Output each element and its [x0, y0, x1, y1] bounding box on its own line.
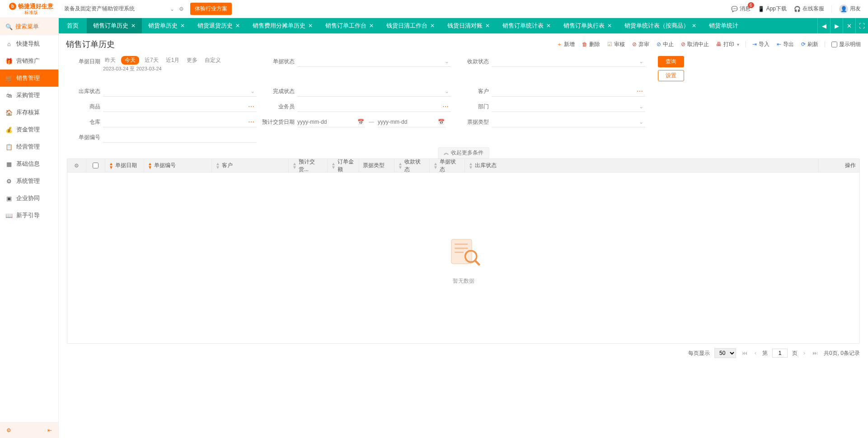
col-bill-status[interactable]: ▲▼单据状态 — [430, 159, 465, 172]
dept-select[interactable]: ⌄ — [492, 101, 645, 112]
col-out-status[interactable]: ▲▼出库状态 — [465, 159, 819, 172]
query-button[interactable]: 查询 — [658, 56, 684, 67]
close-icon[interactable]: ✕ — [235, 23, 240, 29]
tab-daily-recon[interactable]: 钱货日清对账✕ — [441, 18, 496, 33]
date-input[interactable] — [297, 119, 365, 125]
ticket-type-select[interactable]: ⌄ — [492, 116, 645, 127]
sidebar-item-purchase[interactable]: 🛍采购管理 — [0, 87, 58, 104]
sidebar-item-operation[interactable]: 📋经营管理 — [0, 138, 58, 155]
sidebar-item-system[interactable]: ⚙系统管理 — [0, 172, 58, 190]
message-button[interactable]: 💬 消息 6 — [731, 5, 751, 13]
tab-home[interactable]: 首页 — [59, 18, 87, 33]
col-deliver[interactable]: ▲▼预计交货... — [289, 159, 328, 172]
delete-button[interactable]: 🗑删除 — [579, 41, 603, 48]
deliver-date-to[interactable]: 📅 — [378, 116, 446, 127]
support-button[interactable]: 🎧 在线客服 — [794, 5, 824, 13]
add-button[interactable]: ＋新增 — [554, 41, 577, 48]
date-tag-1m[interactable]: 近1月 — [164, 56, 182, 65]
date-tag-yesterday[interactable]: 昨天 — [103, 56, 117, 65]
tab-sales-doc-history[interactable]: 销货单历史✕ — [142, 18, 191, 33]
close-icon[interactable]: ✕ — [131, 23, 136, 29]
col-receipt[interactable]: ▲▼收款状态 — [394, 159, 430, 172]
refresh-button[interactable]: ⟳刷新 — [798, 41, 821, 48]
tabs-close-all[interactable]: ✕ — [843, 18, 855, 33]
print-button[interactable]: 🖶打印▾ — [713, 41, 742, 48]
date-tag-today[interactable]: 今天 — [121, 56, 139, 65]
pager-prev[interactable]: ‹ — [753, 350, 758, 356]
customer-picker[interactable]: ⋯ — [492, 86, 645, 97]
sidebar-item-enterprise[interactable]: ▣企业协同 — [0, 190, 58, 207]
date-input[interactable] — [378, 119, 446, 125]
collapse-conditions[interactable]: ︽ 收起更多条件 — [438, 147, 489, 158]
tabs-scroll-right[interactable]: ▶ — [830, 18, 843, 33]
bill-code-input[interactable] — [103, 132, 257, 143]
show-detail-checkbox[interactable]: 显示明细 — [831, 41, 861, 48]
export-button[interactable]: ⇤导出 — [774, 41, 797, 48]
experience-button[interactable]: 体验行业方案 — [190, 3, 232, 15]
tab-return-history[interactable]: 销货退货历史✕ — [191, 18, 246, 33]
sidebar-item-basedata[interactable]: ▦基础信息 — [0, 155, 58, 172]
close-icon[interactable]: ✕ — [430, 23, 435, 29]
tab-fee-alloc-history[interactable]: 销售费用分摊单历史✕ — [246, 18, 319, 33]
stop-button[interactable]: ⊘中止 — [654, 41, 676, 48]
import-button[interactable]: ⇥导入 — [750, 41, 772, 48]
pager-first[interactable]: ⏮ — [741, 350, 749, 356]
tabs-scroll-left[interactable]: ◀ — [817, 18, 830, 33]
tab-order-exec[interactable]: 销售订单执行表✕ — [557, 18, 618, 33]
page-input[interactable] — [772, 349, 788, 358]
search-menu[interactable]: 🔍 搜索菜单 — [0, 18, 58, 35]
user-menu[interactable]: 👤 用友 — [839, 5, 861, 14]
per-page-select[interactable]: 50 — [714, 348, 736, 358]
date-tag-custom[interactable]: 自定义 — [203, 56, 223, 65]
date-tag-more[interactable]: 更多 — [185, 56, 199, 65]
finish-status-select[interactable]: ⌄ — [297, 86, 451, 97]
sidebar-item-finance[interactable]: 💰资金管理 — [0, 121, 58, 138]
text-input[interactable] — [103, 134, 257, 140]
close-icon[interactable]: ✕ — [607, 23, 612, 29]
close-icon[interactable]: ✕ — [485, 23, 490, 29]
date-tag-7d[interactable]: 近7天 — [143, 56, 160, 65]
system-selector[interactable]: 装备及固定资产辅助管理系统 ⌄ — [64, 5, 174, 13]
unaudit-button[interactable]: ⊘弃审 — [629, 41, 652, 48]
col-bill-code[interactable]: ▲▼单据编号 — [144, 159, 212, 172]
deliver-date-from[interactable]: 📅 — [297, 116, 365, 127]
receipt-status-select[interactable]: ⌄ — [492, 56, 645, 67]
out-status-select[interactable]: ⌄ — [103, 86, 257, 97]
warehouse-picker[interactable]: ⋯ — [103, 116, 257, 127]
checkbox-input[interactable] — [93, 163, 99, 168]
salesman-picker[interactable]: ⋯ — [297, 101, 451, 112]
sidebar-item-quicknav[interactable]: ⌂快捷导航 — [0, 35, 58, 52]
collapse-sidebar-icon[interactable]: ⇤ — [47, 427, 52, 433]
unstop-button[interactable]: ⊘取消中止 — [678, 41, 712, 48]
bill-status-select[interactable]: ⌄ — [297, 56, 451, 67]
tab-order-stat[interactable]: 销售订单统计表✕ — [496, 18, 557, 33]
settings-icon[interactable]: ⚙ — [6, 427, 11, 433]
audit-button[interactable]: ☑审核 — [605, 41, 628, 48]
sidebar-item-inventory[interactable]: 🏠库存核算 — [0, 104, 58, 121]
column-settings[interactable]: ⚙ — [67, 159, 86, 172]
tab-order-workbench[interactable]: 销售订单工作台✕ — [319, 18, 380, 33]
tab-sales-stat-more[interactable]: 销货单统计 — [703, 18, 745, 33]
tab-daily-workbench[interactable]: 钱货日清工作台✕ — [380, 18, 441, 33]
sidebar-item-marketing[interactable]: 🎁营销推广 — [0, 52, 58, 70]
col-amount[interactable]: ▲▼订单金额 — [328, 159, 359, 172]
tab-sales-stat-product[interactable]: 销货单统计表（按商品）✕ — [618, 18, 703, 33]
col-customer[interactable]: ▲▼客户 — [212, 159, 289, 172]
select-all-checkbox[interactable] — [86, 159, 105, 172]
close-icon[interactable]: ✕ — [546, 23, 551, 29]
close-icon[interactable]: ✕ — [308, 23, 313, 29]
col-bill-date[interactable]: ▲▼单据日期 — [105, 159, 144, 172]
gear-icon[interactable]: ⚙ — [179, 6, 184, 12]
setting-button[interactable]: 设置 — [658, 70, 684, 81]
close-icon[interactable]: ✕ — [180, 23, 185, 29]
col-ticket[interactable]: 票据类型 — [359, 159, 394, 172]
checkbox-input[interactable] — [831, 42, 837, 47]
sidebar-item-guide[interactable]: 📖新手引导 — [0, 207, 58, 224]
pager-next[interactable]: › — [802, 350, 807, 356]
app-download-button[interactable]: 📱 App下载 — [758, 5, 787, 13]
close-icon[interactable]: ✕ — [692, 23, 696, 29]
tab-sales-order-history[interactable]: 销售订单历史✕ — [87, 18, 142, 33]
tabs-fullscreen[interactable]: ⛶ — [855, 18, 868, 33]
close-icon[interactable]: ✕ — [369, 23, 374, 29]
pager-last[interactable]: ⏭ — [811, 350, 819, 356]
